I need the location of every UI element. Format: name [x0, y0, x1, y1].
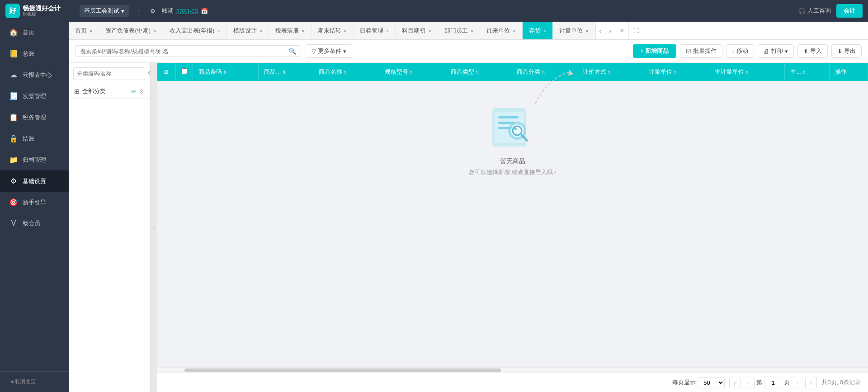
logo-icon: 好 — [5, 4, 20, 18]
tab-period-end[interactable]: 期末结转 × — [311, 22, 354, 40]
tab-close-template[interactable]: × — [259, 28, 262, 33]
header-right: 🎧 人工咨询 会计 — [798, 4, 863, 18]
col-barcode[interactable]: 商品条码⇅ — [193, 63, 259, 81]
service-button[interactable]: 🎧 人工咨询 — [798, 7, 831, 15]
sidebar-item-closing[interactable]: 🔒 结账 — [0, 128, 69, 149]
tab-tax-table[interactable]: 税表清册 × — [269, 22, 311, 40]
table-settings-icon[interactable]: ⚙ — [164, 69, 169, 76]
company-selector[interactable]: 基层工会测试 ▾ — [80, 5, 129, 17]
tab-income-expense[interactable]: 收入支出表(年报) × — [163, 22, 227, 40]
sidebar-item-home[interactable]: 🏠 首页 — [0, 22, 69, 43]
tab-template[interactable]: 模版设计 × — [227, 22, 269, 40]
tab-partner[interactable]: 往来单位 × — [480, 22, 522, 40]
tab-nav-prev[interactable]: ‹ — [595, 22, 605, 40]
sidebar-label-invoice: 发票管理 — [23, 92, 46, 100]
scrollbar-thumb[interactable] — [184, 368, 501, 372]
tab-close-filing[interactable]: × — [386, 28, 389, 33]
settings-icon-button[interactable]: ⚙ — [147, 6, 158, 16]
move-button[interactable]: ↕ 移动 — [726, 44, 755, 58]
filter-label: 更多条件 — [318, 47, 341, 55]
sidebar-item-reports[interactable]: ☁ 云报表中心 — [0, 64, 69, 85]
archive-icon: 📁 — [9, 156, 18, 164]
sidebar-item-guide[interactable]: 🎯 新手引导 — [0, 192, 69, 213]
batch-operation-button[interactable]: ☑ 批量操作 — [680, 44, 722, 58]
category-search-input[interactable] — [77, 71, 145, 77]
col-main-extra[interactable]: 主...⇅ — [785, 63, 830, 81]
select-all-checkbox[interactable] — [181, 68, 187, 74]
edit-category-icon[interactable]: ✏ — [131, 88, 136, 95]
sidebar-item-archive[interactable]: 📁 归档管理 — [0, 149, 69, 170]
add-product-button[interactable]: + 新增商品 — [633, 44, 676, 58]
tab-close-home[interactable]: × — [90, 28, 92, 33]
col-spec[interactable]: 规格型号⇅ — [379, 63, 445, 81]
sidebar-item-tax[interactable]: 📋 税务管理 — [0, 107, 69, 128]
import-icon: ⬆ — [803, 48, 808, 55]
tab-close-all[interactable]: × — [615, 22, 628, 40]
tab-close-inventory[interactable]: × — [543, 28, 546, 33]
col-checkbox[interactable] — [175, 63, 193, 81]
sidebar-pin-toggle[interactable]: ◄取消固定 — [0, 371, 69, 392]
collapse-panel-button[interactable]: ‹ — [150, 63, 157, 392]
tab-close-unit[interactable]: × — [585, 28, 588, 33]
sidebar-item-member[interactable]: V 畅会员 — [0, 213, 69, 234]
tab-close-period-end[interactable]: × — [344, 28, 347, 33]
page-number-input[interactable] — [764, 377, 782, 388]
sort-unit-icon: ⇅ — [674, 70, 677, 75]
tab-unit[interactable]: 计量单位 × — [553, 22, 595, 40]
col-unit[interactable]: 计量单位⇅ — [643, 63, 709, 81]
sidebar-label-guide: 新手引导 — [23, 198, 46, 207]
col-main-unit[interactable]: 主计量单位⇅ — [709, 63, 784, 81]
tab-close-income-expense[interactable]: × — [217, 28, 220, 33]
tab-dept-staff[interactable]: 部门员工 × — [438, 22, 480, 40]
pin-label: ◄取消固定 — [9, 378, 36, 386]
page-size-dropdown[interactable]: 50 100 200 — [698, 377, 725, 388]
col-code[interactable]: 商品...⇅ — [259, 63, 313, 81]
prev-page-button[interactable]: ‹ — [743, 377, 755, 388]
sidebar: 🏠 首页 📒 总账 ☁ 云报表中心 🧾 发票管理 📋 税务管理 🔒 结账 📁 归… — [0, 22, 69, 392]
search-icon[interactable]: 🔍 — [288, 47, 296, 55]
tab-nav-next[interactable]: › — [605, 22, 615, 40]
all-categories[interactable]: ⊞ 全部分类 ✏ ⚙ — [69, 85, 150, 99]
tab-close-balance-sheet[interactable]: × — [153, 28, 156, 33]
import-button[interactable]: ⬆ 导入 — [797, 44, 828, 58]
tab-balance-sheet[interactable]: 资产负债表(中期) × — [99, 22, 163, 40]
account-button[interactable]: 会计 — [836, 4, 863, 18]
tab-subject-initial[interactable]: 科目期初 × — [396, 22, 438, 40]
empty-state: 暂无商品 您可以选择新增,或者直接导入哦~ — [157, 81, 868, 194]
sidebar-label-home: 首页 — [23, 28, 34, 37]
guide-icon: 🎯 — [9, 198, 18, 207]
tab-close-dept-staff[interactable]: × — [471, 28, 473, 33]
tab-label-partner: 往来单位 — [486, 27, 510, 35]
horizontal-scrollbar[interactable] — [157, 367, 868, 373]
sidebar-label-tax: 税务管理 — [23, 113, 46, 122]
batch-icon: ☑ — [686, 48, 691, 55]
tab-close-tax-table[interactable]: × — [302, 28, 304, 33]
tab-inventory[interactable]: 存货 × — [523, 22, 553, 40]
tab-label-inventory: 存货 — [529, 27, 541, 35]
col-price-method[interactable]: 计价方式⇅ — [577, 63, 643, 81]
export-icon: ⬇ — [837, 48, 842, 55]
col-name[interactable]: 商品名称⇅ — [313, 63, 379, 81]
add-tab-button[interactable]: ＋ — [132, 5, 144, 17]
period-value[interactable]: 2023-03 — [176, 8, 198, 14]
tab-expand[interactable]: ⛶ — [628, 22, 643, 40]
toolbar-right: + 新增商品 ☑ 批量操作 ↕ 移动 🖨 打印 ▾ — [633, 44, 862, 58]
export-button[interactable]: ⬇ 导出 — [831, 44, 862, 58]
sidebar-item-ledger[interactable]: 📒 总账 — [0, 43, 69, 64]
next-page-button[interactable]: › — [792, 377, 803, 388]
first-page-button[interactable]: |‹ — [729, 377, 741, 388]
tab-close-partner[interactable]: × — [513, 28, 515, 33]
sidebar-item-settings[interactable]: ⚙ 基础设置 — [0, 170, 69, 192]
print-button[interactable]: 🖨 打印 ▾ — [758, 44, 794, 58]
tab-close-subject-initial[interactable]: × — [428, 28, 431, 33]
tab-home[interactable]: 首页 × — [69, 22, 99, 40]
sidebar-item-invoice[interactable]: 🧾 发票管理 — [0, 85, 69, 107]
col-type[interactable]: 商品类型⇅ — [445, 63, 511, 81]
tab-filing[interactable]: 归档管理 × — [354, 22, 396, 40]
svg-point-10 — [514, 128, 517, 130]
col-settings[interactable]: ⚙ — [157, 63, 175, 81]
search-input[interactable] — [80, 48, 286, 55]
config-category-icon[interactable]: ⚙ — [139, 88, 144, 95]
last-page-button[interactable]: ›| — [805, 377, 817, 388]
filter-button[interactable]: ▽ 更多条件 ▾ — [306, 44, 352, 58]
